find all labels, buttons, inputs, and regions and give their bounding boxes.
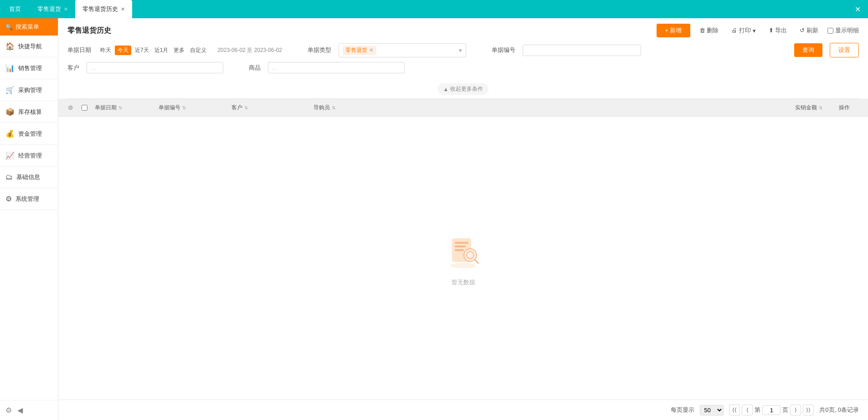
tab-home[interactable]: 首页	[0, 5, 30, 13]
date-range-buttons: 昨天 今天 近7天 近1月 更多 自定义	[98, 46, 208, 55]
customer-select[interactable]: ...	[87, 62, 223, 73]
show-detail-input[interactable]	[827, 28, 833, 34]
date-btn-yesterday[interactable]: 昨天	[98, 46, 113, 55]
export-button[interactable]: ⬆ 导出	[765, 25, 791, 36]
sort-doc-icon: ⇅	[182, 105, 186, 110]
sidebar-item-quick-nav[interactable]: 🏠 快捷导航	[0, 36, 58, 57]
table-select-all[interactable]	[77, 105, 91, 111]
table-settings-icon[interactable]: ⚙	[64, 104, 77, 111]
sidebar: 🔍 搜索菜单 🏠 快捷导航 📊 销售管理 🛒 采购管理 📦 库存核算 💰 资金管…	[0, 18, 58, 420]
date-btn-1month[interactable]: 近1月	[153, 46, 170, 55]
collapse-area: ▲ 收起更多条件	[67, 78, 859, 98]
page-size-select[interactable]: 10 20 50 100	[700, 405, 724, 415]
empty-text: 暂无数据	[452, 278, 475, 287]
th-date[interactable]: 单据日期 ⇅	[91, 104, 155, 112]
page-next-btn[interactable]: ⟩	[790, 405, 801, 415]
customer-label: 客户	[67, 64, 79, 72]
pagination-nav: ⟨⟨ ⟨ 第 页 ⟩ ⟩⟩	[729, 405, 814, 415]
sales-icon: 📊	[5, 64, 15, 72]
sort-customer-icon: ⇅	[244, 105, 248, 110]
sidebar-search-label: 搜索菜单	[15, 23, 39, 31]
svg-rect-3	[455, 246, 466, 247]
goods-select[interactable]: ...	[268, 62, 405, 73]
operations-icon: 📈	[5, 151, 15, 160]
close-tab-retail-return[interactable]: ✕	[64, 6, 68, 12]
sidebar-item-operations[interactable]: 📈 经营管理	[0, 145, 58, 167]
close-tab-retail-return-history[interactable]: ✕	[121, 6, 125, 12]
print-dropdown-icon: ▾	[753, 27, 756, 34]
window-close-btn[interactable]: ✕	[855, 5, 868, 14]
settings-icon[interactable]: ⚙	[5, 406, 12, 415]
page-title: 零售退货历史	[67, 26, 111, 36]
top-bar: 首页 零售退货 ✕ 零售退货历史 ✕ ✕	[0, 0, 868, 18]
home-icon: 🏠	[5, 42, 15, 51]
date-btn-more[interactable]: 更多	[172, 46, 186, 55]
tab-retail-return-history[interactable]: 零售退货历史 ✕	[75, 0, 132, 18]
system-icon: ⚙	[5, 195, 12, 203]
filter-area: 单据日期 昨天 今天 近7天 近1月 更多 自定义 2023-06-02 至 2…	[67, 43, 859, 99]
sidebar-item-basic-info[interactable]: 🗂 基础信息	[0, 167, 58, 188]
settings-button[interactable]: 设置	[830, 43, 859, 57]
search-icon: 🔍	[5, 24, 13, 31]
select-all-checkbox[interactable]	[82, 105, 87, 111]
show-detail-checkbox[interactable]: 显示明细	[827, 26, 859, 35]
svg-line-7	[475, 260, 478, 263]
sidebar-item-sales[interactable]: 📊 销售管理	[0, 57, 58, 79]
collapse-sidebar-icon[interactable]: ◀	[17, 406, 23, 415]
purchase-icon: 🛒	[5, 86, 15, 94]
date-range-value: 2023-06-02 至 2023-06-02	[217, 46, 282, 54]
th-customer[interactable]: 客户 ⇅	[228, 104, 310, 112]
filter-row-2: 客户 ... 商品 ...	[67, 62, 859, 73]
refresh-button[interactable]: ↺ 刷新	[796, 25, 822, 36]
sidebar-item-label: 基础信息	[16, 173, 40, 181]
page-size-label: 每页显示	[671, 406, 694, 414]
sidebar-item-label: 采购管理	[18, 86, 42, 94]
basic-info-icon: 🗂	[5, 173, 13, 181]
doc-no-label: 单据编号	[492, 46, 515, 54]
empty-illustration	[443, 230, 484, 271]
sort-amount-icon: ⇅	[819, 105, 822, 110]
sidebar-item-finance[interactable]: 💰 资金管理	[0, 123, 58, 145]
date-btn-today[interactable]: 今天	[115, 46, 131, 55]
date-btn-custom[interactable]: 自定义	[188, 46, 208, 55]
sidebar-search[interactable]: 🔍 搜索菜单	[0, 18, 58, 36]
svg-rect-4	[455, 249, 464, 251]
doc-type-tag: 零售退货 ✕	[343, 46, 376, 55]
sort-guide-icon: ⇅	[332, 105, 335, 110]
th-action: 操作	[826, 104, 863, 112]
sidebar-item-label: 系统管理	[15, 195, 39, 203]
remove-doc-type-tag[interactable]: ✕	[369, 47, 374, 53]
date-filter-label: 单据日期	[67, 46, 91, 54]
sidebar-item-system[interactable]: ⚙ 系统管理	[0, 188, 58, 210]
page-first-btn[interactable]: ⟨⟨	[729, 405, 740, 415]
tab-retail-return[interactable]: 零售退货 ✕	[30, 0, 75, 18]
table-header: ⚙ 单据日期 ⇅ 单据编号 ⇅ 客户 ⇅ 导购员 ⇅	[58, 99, 868, 117]
query-button[interactable]: 查询	[794, 43, 822, 57]
collapse-button[interactable]: ▲ 收起更多条件	[438, 83, 489, 95]
page-header: 零售退货历史 + 新增 🗑 删除 🖨 打印 ▾ ⬆ 导出 ↺ 刷新	[58, 18, 868, 99]
page-number-input[interactable]	[762, 405, 781, 415]
empty-state: 暂无数据	[58, 117, 868, 400]
add-button[interactable]: + 新增	[657, 24, 690, 37]
sidebar-item-label: 销售管理	[18, 64, 42, 72]
page-di-label: 第	[755, 406, 760, 414]
date-btn-7days[interactable]: 近7天	[133, 46, 151, 55]
toolbar: + 新增 🗑 删除 🖨 打印 ▾ ⬆ 导出 ↺ 刷新	[657, 24, 859, 37]
sidebar-item-inventory[interactable]: 📦 库存核算	[0, 101, 58, 123]
page-prev-btn[interactable]: ⟨	[742, 405, 753, 415]
th-guide[interactable]: 导购员 ⇅	[310, 104, 365, 112]
goods-placeholder: ...	[272, 64, 277, 71]
doc-type-select[interactable]: 零售退货 ✕ ▾	[339, 43, 466, 57]
print-button[interactable]: 🖨 打印 ▾	[728, 25, 760, 36]
table-area: ⚙ 单据日期 ⇅ 单据编号 ⇅ 客户 ⇅ 导购员 ⇅	[58, 99, 868, 400]
sidebar-item-purchase[interactable]: 🛒 采购管理	[0, 79, 58, 101]
filter-row-1: 单据日期 昨天 今天 近7天 近1月 更多 自定义 2023-06-02 至 2…	[67, 43, 859, 57]
sidebar-item-label: 库存核算	[18, 108, 42, 116]
th-amount[interactable]: 实销金额 ⇅	[771, 104, 826, 112]
goods-label: 商品	[249, 64, 261, 72]
doc-no-input[interactable]	[523, 45, 641, 56]
th-doc-no[interactable]: 单据编号 ⇅	[155, 104, 228, 112]
page-last-btn[interactable]: ⟩⟩	[803, 405, 814, 415]
delete-button[interactable]: 🗑 删除	[696, 25, 723, 36]
doc-type-dropdown-icon: ▾	[459, 47, 462, 54]
